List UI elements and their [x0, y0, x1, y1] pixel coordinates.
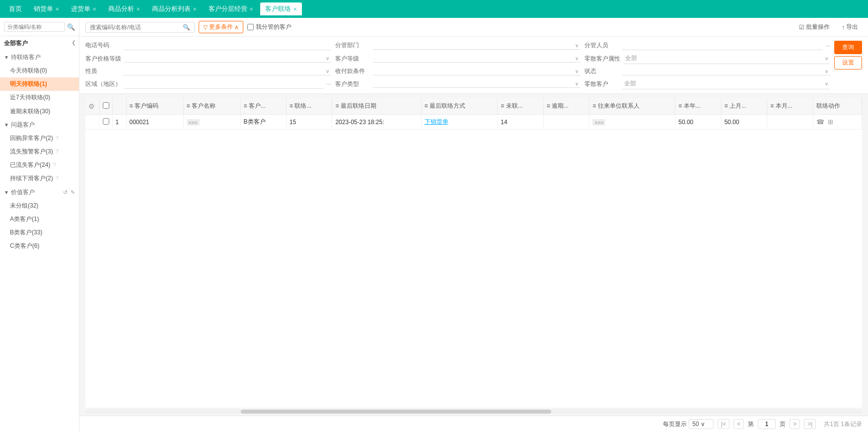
filter-status: 状态 ∨: [584, 67, 830, 75]
dots-icon-region[interactable]: ···: [326, 80, 331, 87]
filter-manager: 分管人员 ···: [584, 41, 830, 50]
problem-customers-group[interactable]: ▼ 问题客户: [0, 118, 79, 132]
nav-item-purchase-order[interactable]: 进货单 ✕: [66, 2, 101, 15]
filter-row-1: 电话号码 分管部门 ∨ 分管人员: [85, 41, 830, 50]
filter-status-select[interactable]: ∨: [622, 68, 830, 75]
pending-contact-group[interactable]: ▼ 待联络客户: [0, 51, 79, 64]
scrollbar-thumb[interactable]: [241, 410, 552, 414]
th-contact: ≡ 联络...: [286, 98, 332, 115]
sidebar-search-input[interactable]: [4, 22, 65, 32]
sidebar-item-ungrouped[interactable]: 未分组(32): [0, 199, 79, 213]
filter-retail-customer-label: 零散客户: [584, 80, 619, 88]
nav-item-customer-contact[interactable]: 客户联络 ✕: [260, 2, 302, 15]
nav-close-customer-contact[interactable]: ✕: [293, 6, 297, 12]
filter-phone-label: 电话号码: [85, 41, 120, 50]
nav-close-purchase-order[interactable]: ✕: [92, 6, 96, 12]
sidebar-item-c-class[interactable]: C类客户(6): [0, 239, 79, 253]
nav-item-home[interactable]: 首页: [4, 2, 27, 15]
chevron-down-icon-payment: ∨: [575, 69, 579, 74]
sidebar-item-churned[interactable]: 已流失客户(24) ?: [0, 158, 79, 172]
sidebar-search-icon[interactable]: 🔍: [67, 23, 75, 31]
horizontal-scrollbar[interactable]: [85, 410, 862, 414]
collapse-icon[interactable]: 《: [69, 39, 75, 48]
nav-item-product-analysis[interactable]: 商品分析 ✕: [103, 2, 145, 15]
th-gear: ⚙: [85, 98, 99, 115]
sidebar-item-repurchase-anomaly[interactable]: 回购异常客户(2) ?: [0, 132, 79, 145]
sidebar-item-b-class[interactable]: B类客户(33): [0, 226, 79, 239]
problem-group-label: 问题客户: [11, 121, 35, 129]
first-page-button[interactable]: |<: [718, 419, 729, 429]
nav-close-customer-segment[interactable]: ✕: [249, 6, 253, 12]
last-page-button[interactable]: >|: [804, 419, 816, 429]
total-records-label: 共1页 1条记录: [824, 420, 862, 429]
my-customers-checkbox-label[interactable]: 我分管的客户: [247, 23, 291, 31]
export-button[interactable]: ↑ 导出: [838, 21, 862, 33]
filter-region-input[interactable]: [124, 79, 323, 89]
filter-nature: 性质 ∨: [85, 67, 331, 75]
chevron-down-icon-price: ∨: [326, 56, 329, 61]
filter-retail-attr-select[interactable]: 全部 ∨: [623, 53, 830, 64]
query-button[interactable]: 查询: [834, 41, 862, 54]
sidebar-item-churn-warning[interactable]: 流失预警客户(3) ?: [0, 145, 79, 158]
th-type: ≡ 客户...: [240, 98, 286, 115]
filter-price-level-select[interactable]: ∨: [124, 55, 331, 63]
next-page-button[interactable]: >: [790, 419, 800, 429]
filter-payment-select[interactable]: ∨: [373, 68, 581, 75]
search-input[interactable]: [90, 24, 181, 31]
toolbar: 🔍 ▽ 更多条件 ∧ 我分管的客户 ☑ 批量操作 ↑ 导出: [79, 18, 868, 37]
filter-phone: 电话号码: [85, 41, 331, 50]
edit-icon[interactable]: ✎: [71, 189, 75, 196]
gear-icon[interactable]: ⚙: [88, 102, 95, 110]
row-checkbox[interactable]: [103, 118, 109, 125]
th-overdue: ≡ 逾期...: [543, 98, 589, 115]
sidebar-item-a-class[interactable]: A类客户(1): [0, 213, 79, 226]
sidebar-item-today-pending[interactable]: 今天待联络(0): [0, 64, 79, 77]
sidebar-item-declining[interactable]: 持续下滑客户(2) ?: [0, 172, 79, 185]
my-customers-checkbox[interactable]: [247, 24, 254, 30]
prev-page-button[interactable]: <: [733, 419, 744, 429]
refresh-icon[interactable]: ↺: [63, 189, 68, 196]
table-header-row: ⚙ ≡ 客户编码 ≡ 客户名称 ≡ 客户...: [85, 98, 862, 115]
filter-phone-input[interactable]: [123, 41, 331, 50]
last-contact-method-link[interactable]: 下销货单: [425, 118, 448, 125]
select-all-checkbox[interactable]: [103, 102, 109, 109]
nav-item-customer-segment[interactable]: 客户分层经营 ✕: [204, 2, 258, 15]
filter-dept-select[interactable]: ∨: [373, 42, 581, 50]
search-icon[interactable]: 🔍: [183, 24, 190, 31]
batch-operation-button[interactable]: ☑ 批量操作: [795, 21, 834, 33]
more-filter-button[interactable]: ▽ 更多条件 ∧: [199, 21, 243, 33]
settings-button[interactable]: 设置: [834, 56, 862, 70]
sidebar-item-7day-pending[interactable]: 近7天待联络(0): [0, 91, 79, 104]
table-row: 1 000021 ■■■ B类客户 15 2023-05-23 18:25: 下…: [85, 115, 862, 130]
grid-action-icon[interactable]: ⊞: [828, 118, 833, 126]
nav-close-product-analysis-list[interactable]: ✕: [193, 6, 197, 12]
chevron-down-icon-dept: ∨: [575, 43, 579, 48]
td-checkbox: [99, 115, 112, 130]
filter-nature-select[interactable]: ∨: [123, 68, 331, 75]
filter-price-level-label: 客户价格等级: [85, 55, 121, 63]
sidebar-item-tomorrow-pending[interactable]: 明天待联络(1): [0, 77, 79, 91]
help-icon-churned: ?: [53, 162, 56, 168]
filter-row-4: 区域（地区） ··· 客户类型 ∨ 零散客户: [85, 78, 830, 89]
nav-close-sales-order[interactable]: ✕: [55, 6, 59, 12]
dots-icon-manager[interactable]: ···: [825, 42, 830, 49]
filter-customer-type: 客户类型 ∨: [335, 80, 581, 88]
page-number-input[interactable]: [758, 419, 776, 429]
chevron-up-icon: ∧: [234, 24, 239, 31]
nav-item-sales-order[interactable]: 销货单 ✕: [29, 2, 64, 15]
nav-item-product-analysis-list[interactable]: 商品分析列表 ✕: [147, 2, 202, 15]
all-customers-header[interactable]: 全部客户 《: [0, 36, 79, 51]
phone-action-icon[interactable]: ☎: [816, 118, 824, 126]
page-size-selector: 每页显示 50 ∨: [663, 419, 714, 429]
filter-customer-level-select[interactable]: ∨: [373, 55, 581, 63]
value-customers-group[interactable]: ▼ 价值客户 ↺ ✎: [0, 186, 79, 199]
per-page-chevron: ∨: [701, 421, 705, 428]
nav-close-product-analysis[interactable]: ✕: [136, 6, 140, 12]
per-page-value-select[interactable]: 50 ∨: [689, 419, 714, 429]
filter-manager-input[interactable]: [622, 41, 822, 50]
sidebar-search-area: 🔍: [0, 18, 79, 36]
sidebar-item-overdue-contact[interactable]: 逾期未联络(30): [0, 105, 79, 118]
filter-customer-type-select[interactable]: ∨: [373, 80, 581, 88]
td-last-date: 2023-05-23 18:25:: [332, 115, 421, 130]
filter-retail-customer-select[interactable]: 全部 ∨: [622, 78, 830, 89]
